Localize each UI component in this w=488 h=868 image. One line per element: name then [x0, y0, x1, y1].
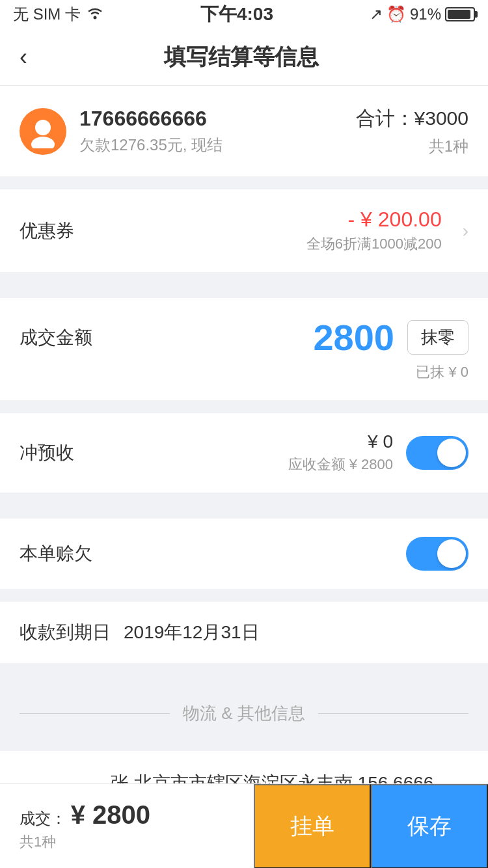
- toggle-knob: [437, 439, 466, 467]
- customer-total: 合计：¥3000 共1种: [356, 105, 468, 157]
- status-right: ↗ ⏰ 91%: [370, 5, 475, 23]
- debt-row: 本单赊欠: [20, 537, 468, 571]
- divider-line-right: [318, 713, 468, 714]
- battery-percent: 91%: [410, 5, 441, 23]
- status-time: 下午4:03: [200, 2, 273, 27]
- round-off-button[interactable]: 抹零: [407, 320, 468, 355]
- duedate-section: 收款到期日 2019年12月31日: [0, 602, 488, 663]
- gray-divider-2: [0, 506, 488, 519]
- deal-amount-section: 成交金额 2800 抹零 已抹 ¥ 0: [0, 298, 488, 400]
- duedate-row: 收款到期日 2019年12月31日: [20, 620, 468, 645]
- bottom-count: 共1种: [20, 832, 234, 852]
- coupon-label: 优惠券: [20, 219, 74, 243]
- status-bar: 无 SIM 卡 下午4:03 ↗ ⏰ 91%: [0, 0, 488, 29]
- deal-amount-value: 2800: [313, 316, 394, 359]
- avatar: [20, 108, 66, 155]
- divider-text: 物流 & 其他信息: [183, 702, 305, 725]
- total-amount-value: ¥3000: [414, 107, 468, 129]
- prepay-value-group: ¥ 0 应收金额 ¥ 2800: [288, 431, 393, 474]
- pending-button[interactable]: 挂单: [254, 784, 371, 869]
- coupon-desc: 全场6折满1000减200: [306, 234, 442, 254]
- bottom-total-row: 成交： ¥ 2800: [20, 800, 234, 830]
- deal-amount-sub: 已抹 ¥ 0: [20, 362, 468, 382]
- sim-label: 无 SIM 卡: [13, 4, 81, 25]
- duedate-label: 收款到期日: [20, 620, 111, 645]
- gray-divider-4: [0, 738, 488, 751]
- customer-info: 17666666666 欠款1276.35元, 现结: [79, 107, 356, 156]
- customer-row: 17666666666 欠款1276.35元, 现结 合计：¥3000 共1种: [0, 86, 488, 176]
- bottom-amount: ¥ 2800: [71, 800, 150, 829]
- deal-amount-label: 成交金额: [20, 325, 92, 350]
- total-label: 合计：: [356, 107, 414, 129]
- total-count: 共1种: [356, 136, 468, 157]
- back-button[interactable]: ‹: [20, 44, 27, 71]
- bottom-summary: 成交： ¥ 2800 共1种: [0, 800, 254, 852]
- nav-bar: ‹ 填写结算等信息: [0, 29, 488, 86]
- customer-debt: 欠款1276.35元, 现结: [79, 135, 356, 156]
- prepay-toggle[interactable]: [406, 436, 468, 470]
- section-divider: 物流 & 其他信息: [0, 689, 488, 738]
- prepay-right: ¥ 0 应收金额 ¥ 2800: [288, 431, 468, 474]
- svg-point-0: [94, 16, 97, 20]
- debt-toggle[interactable]: [406, 537, 468, 571]
- prepay-label: 冲预收: [20, 441, 74, 465]
- prepay-section: 冲预收 ¥ 0 应收金额 ¥ 2800: [0, 413, 488, 493]
- coupon-chevron-icon: ›: [463, 221, 468, 241]
- wifi-icon: [86, 5, 104, 23]
- battery-icon: [445, 7, 475, 21]
- svg-point-1: [35, 120, 51, 135]
- prepay-row: 冲预收 ¥ 0 应收金额 ¥ 2800: [20, 431, 468, 474]
- deal-amount-row: 成交金额 2800 抹零: [20, 316, 468, 359]
- gray-divider-1: [0, 285, 488, 298]
- duedate-value: 2019年12月31日: [124, 620, 260, 645]
- customer-phone: 17666666666: [79, 107, 356, 131]
- deal-amount-right: 2800 抹零: [313, 316, 468, 359]
- svg-point-2: [31, 137, 55, 148]
- location-icon: ↗: [370, 5, 383, 23]
- save-button[interactable]: 保存: [371, 784, 488, 869]
- prepay-value: ¥ 0: [288, 431, 393, 452]
- page-title: 填写结算等信息: [40, 42, 442, 72]
- bottom-summary-label: 成交：: [20, 809, 66, 827]
- coupon-amount: - ¥ 200.00: [306, 208, 442, 232]
- debt-toggle-knob: [437, 539, 466, 568]
- status-left: 无 SIM 卡: [13, 4, 104, 25]
- coupon-row[interactable]: 优惠券 - ¥ 200.00 全场6折满1000减200 ›: [0, 189, 488, 272]
- debt-section: 本单赊欠: [0, 519, 488, 589]
- total-amount: 合计：¥3000: [356, 105, 468, 132]
- divider-line-left: [20, 713, 170, 714]
- alarm-icon: ⏰: [386, 5, 406, 23]
- coupon-right: - ¥ 200.00 全场6折满1000减200 ›: [306, 208, 468, 254]
- prepay-sub: 应收金额 ¥ 2800: [288, 455, 393, 474]
- bottom-bar: 成交： ¥ 2800 共1种 挂单 保存: [0, 783, 488, 868]
- gray-divider-3: [0, 676, 488, 689]
- debt-label: 本单赊欠: [20, 541, 92, 566]
